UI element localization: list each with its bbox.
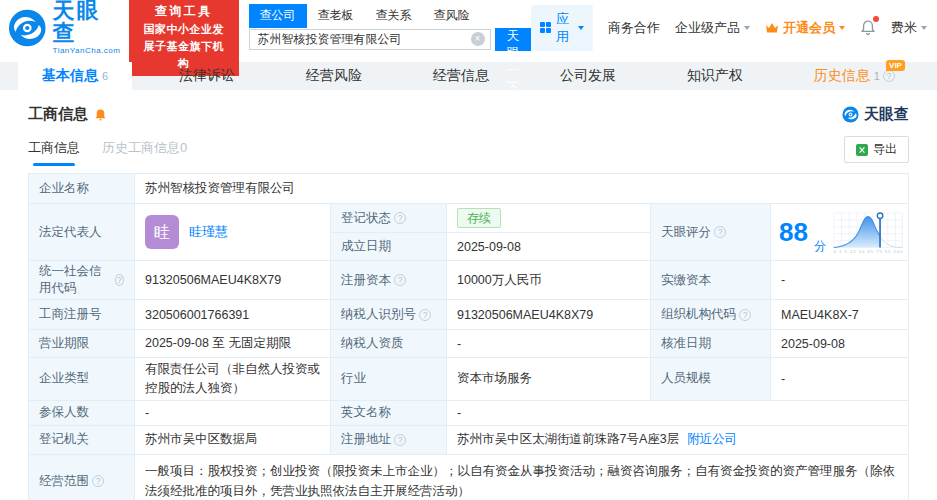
status-badge: 存续 bbox=[457, 208, 501, 228]
subtab-history-business-info[interactable]: 历史工商信息0 bbox=[102, 139, 187, 166]
tab-basic-info[interactable]: 基本信息 6 bbox=[18, 62, 132, 90]
enterprise-products-menu[interactable]: 企业级产品 bbox=[675, 19, 750, 37]
tab-history-info[interactable]: VIP 历史信息 1 ? bbox=[790, 62, 919, 90]
table-row: 企业类型 有限责任公司（非自然人投资或控股的法人独资） 行业 资本市场服务 人员… bbox=[29, 358, 909, 401]
info-icon[interactable]: ? bbox=[883, 70, 895, 82]
reg-status-value-cell: 存续 bbox=[447, 204, 651, 233]
approval-date-value: 2025-09-08 bbox=[771, 330, 909, 358]
help-icon[interactable]: ? bbox=[714, 226, 726, 238]
business-scope-label-cell: 经营范围 ? bbox=[29, 455, 135, 500]
caret-down-icon bbox=[921, 26, 927, 30]
table-row: 经营范围 ? 一般项目：股权投资；创业投资（限投资未上市企业）；以自有资金从事投… bbox=[29, 455, 909, 500]
table-row: 营业期限 2025-09-08 至 无固定期限 纳税人资质 - 核准日期 202… bbox=[29, 330, 909, 358]
business-info-table: 企业名称 苏州智核投资管理有限公司 法定代表人 眭 眭瑾慧 登记状态 ? bbox=[28, 173, 909, 500]
insured-count-label: 参保人数 bbox=[29, 401, 135, 426]
staff-size-label: 人员规模 bbox=[651, 358, 771, 401]
reg-authority-value: 苏州市吴中区数据局 bbox=[135, 426, 331, 455]
reg-status-label-cell: 登记状态 ? bbox=[331, 204, 447, 233]
tab-label: 法律诉讼 bbox=[179, 67, 235, 85]
logo-subtitle: TianYanCha.com bbox=[53, 46, 122, 55]
tab-label: 历史信息 bbox=[814, 67, 870, 85]
help-icon[interactable]: ? bbox=[739, 309, 751, 321]
tianyancha-company-page: 天眼查 TianYanCha.com 都在用的商业查询工具 国家中小企业发展子基… bbox=[0, 0, 937, 500]
subscribe-bell-icon[interactable] bbox=[94, 108, 107, 122]
credit-code-value: 91320506MAEU4K8X79 bbox=[135, 261, 331, 300]
tab-label: 经营风险 bbox=[306, 67, 362, 85]
status-date-subgrid: 登记状态 ? 存续 成立日期 2025-09-08 bbox=[331, 204, 651, 261]
paid-capital-value: - bbox=[771, 261, 909, 300]
tab-intellectual-property[interactable]: 知识产权 bbox=[663, 62, 767, 90]
search-tabs: 查公司 查老板 查关系 查风险 bbox=[249, 4, 532, 28]
establish-date-label: 成立日期 bbox=[331, 233, 447, 261]
top-menu: 应用 商务合作 企业级产品 开通会员 bbox=[531, 5, 927, 51]
english-name-label: 英文名称 bbox=[331, 401, 447, 426]
tab-label: 知识产权 bbox=[687, 67, 743, 85]
tab-count: 1 bbox=[874, 70, 880, 82]
business-scope-value: 一般项目：股权投资；创业投资（限投资未上市企业）；以自有资金从事投资活动；融资咨… bbox=[135, 455, 908, 500]
promo-banner-line1: 都在用的商业查询工具 bbox=[138, 0, 230, 21]
tab-company-development[interactable]: 公司发展 bbox=[536, 62, 640, 90]
tab-label: 公司发展 bbox=[560, 67, 616, 85]
legal-rep-link[interactable]: 眭瑾慧 bbox=[189, 223, 228, 241]
tianyancha-watermark: 天眼查 bbox=[842, 105, 909, 124]
taxpayer-quality-value: - bbox=[447, 330, 651, 358]
help-icon[interactable]: ? bbox=[115, 274, 124, 286]
score-unit: 分 bbox=[814, 238, 826, 255]
tab-operation-risk[interactable]: 经营风险 bbox=[282, 62, 386, 90]
business-term-value: 2025-09-08 至 无固定期限 bbox=[135, 330, 331, 358]
legal-rep-avatar[interactable]: 眭 bbox=[145, 215, 179, 249]
table-row: 登记机关 苏州市吴中区数据局 注册地址 ? 苏州市吴中区太湖街道前珠路7号A座3… bbox=[29, 426, 909, 455]
business-cooperation-link[interactable]: 商务合作 bbox=[608, 19, 660, 37]
company-type-label: 企业类型 bbox=[29, 358, 135, 401]
apps-menu[interactable]: 应用 bbox=[531, 5, 593, 51]
search-tab-company[interactable]: 查公司 bbox=[249, 4, 307, 28]
reg-address-value-cell: 苏州市吴中区太湖街道前珠路7号A座3层 附近公司 bbox=[447, 426, 909, 455]
apps-grid-icon bbox=[540, 22, 551, 33]
vip-membership-menu[interactable]: 开通会员 bbox=[765, 19, 845, 37]
search-tab-relation[interactable]: 查关系 bbox=[365, 4, 423, 28]
tab-operation-info[interactable]: 经营信息 bbox=[409, 62, 513, 90]
help-icon[interactable]: ? bbox=[419, 309, 431, 321]
reg-number-label: 工商注册号 bbox=[29, 300, 135, 330]
english-name-value: - bbox=[447, 401, 909, 426]
table-row: 统一社会信用代码 ? 91320506MAEU4K8X79 注册资本 ? 100… bbox=[29, 261, 909, 300]
search-tab-boss[interactable]: 查老板 bbox=[307, 4, 365, 28]
notification-bell[interactable] bbox=[860, 19, 876, 36]
help-icon[interactable]: ? bbox=[394, 212, 406, 224]
org-code-label-cell: 组织机构代码 ? bbox=[651, 300, 771, 330]
tab-label: 基本信息 bbox=[42, 67, 98, 85]
reg-address-value: 苏州市吴中区太湖街道前珠路7号A座3层 bbox=[457, 431, 679, 448]
caret-down-icon bbox=[578, 26, 584, 30]
clear-icon[interactable]: × bbox=[471, 32, 485, 46]
caret-down-icon bbox=[744, 26, 750, 30]
taxpayer-quality-label: 纳税人资质 bbox=[331, 330, 447, 358]
search-input[interactable] bbox=[249, 29, 491, 50]
business-term-label: 营业期限 bbox=[29, 330, 135, 358]
company-name-label: 企业名称 bbox=[29, 174, 135, 204]
caret-down-icon bbox=[839, 26, 845, 30]
company-name-value: 苏州智核投资管理有限公司 bbox=[135, 174, 909, 204]
search-tab-risk[interactable]: 查风险 bbox=[423, 4, 481, 28]
tianyancha-logo[interactable]: 天眼查 TianYanCha.com bbox=[8, 0, 122, 55]
help-icon[interactable]: ? bbox=[394, 434, 406, 446]
user-menu[interactable]: 费米 bbox=[891, 19, 927, 37]
watermark-text: 天眼查 bbox=[864, 105, 909, 124]
user-name: 费米 bbox=[891, 19, 917, 37]
score-value-cell[interactable]: 88 分 bbox=[771, 204, 909, 261]
score-label-cell: 天眼评分 ? bbox=[651, 204, 771, 261]
search-block: 查公司 查老板 查关系 查风险 × 天眼一下 bbox=[249, 4, 532, 51]
export-label: 导出 bbox=[873, 141, 897, 158]
subtab-business-info[interactable]: 工商信息 bbox=[28, 139, 80, 166]
nearby-companies-link[interactable]: 附近公司 bbox=[687, 431, 737, 448]
insured-count-value: - bbox=[135, 401, 331, 426]
tab-legal-proceedings[interactable]: 法律诉讼 bbox=[155, 62, 259, 90]
approval-date-label: 核准日期 bbox=[651, 330, 771, 358]
credit-code-label-cell: 统一社会信用代码 ? bbox=[29, 261, 135, 300]
establish-date-value: 2025-09-08 bbox=[447, 233, 651, 261]
export-button[interactable]: 导出 bbox=[844, 136, 909, 163]
help-icon[interactable]: ? bbox=[92, 475, 104, 487]
reg-address-label-cell: 注册地址 ? bbox=[331, 426, 447, 455]
search-button[interactable]: 天眼一下 bbox=[495, 28, 532, 51]
help-icon[interactable]: ? bbox=[394, 274, 406, 286]
tab-count: 6 bbox=[102, 70, 108, 82]
